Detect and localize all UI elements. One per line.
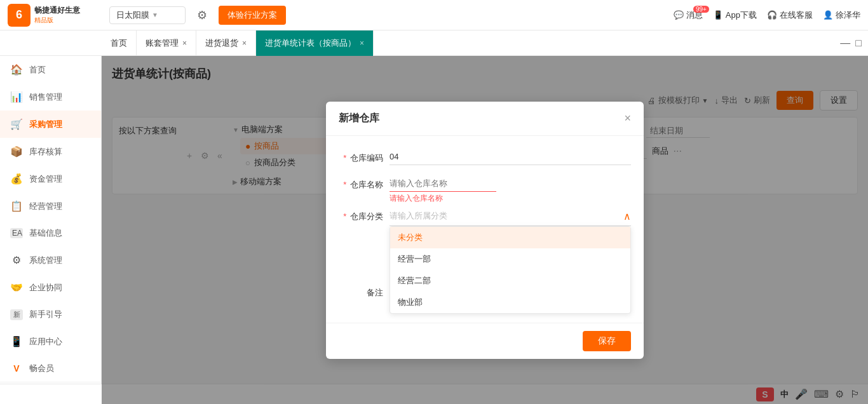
sidebar: 🏠 首页 📊 销售管理 🛒 采购管理 📦 库存核算 💰 资金管理 📋 经营管理 …	[0, 56, 102, 404]
tab-stats-close[interactable]: ×	[360, 39, 364, 48]
main-layout: 🏠 首页 📊 销售管理 🛒 采购管理 📦 库存核算 💰 资金管理 📋 经营管理 …	[0, 56, 868, 404]
logo-icon: 6	[8, 4, 31, 27]
tab-bar: 首页 账套管理 × 进货退货 × 进货单统计表（按商品） × — □	[0, 30, 868, 56]
dialog-header: 新增仓库 ×	[326, 102, 644, 136]
category-arrow-icon: ∧	[623, 210, 631, 222]
category-required-mark: *	[343, 212, 346, 221]
tab-minimize-btn[interactable]: —	[840, 37, 850, 49]
code-input[interactable]	[390, 149, 631, 165]
app-selector[interactable]: 日太阳膜 ▼	[109, 6, 186, 24]
sidebar-item-purchase[interactable]: 🛒 采购管理	[0, 111, 101, 138]
user-button[interactable]: 👤 徐泽华	[823, 10, 860, 21]
sidebar-item-guide[interactable]: 新 新手引导	[0, 301, 101, 328]
tab-account-label: 账套管理	[146, 37, 179, 49]
dropdown-item-dept3[interactable]: 物业部	[390, 292, 630, 313]
inventory-icon: 📦	[10, 145, 23, 158]
sidebar-item-finance[interactable]: 💰 资金管理	[0, 165, 101, 192]
sidebar-cooperation-label: 企业协同	[29, 282, 62, 293]
tab-return-label: 进货退货	[205, 37, 238, 49]
cooperation-icon: 🤝	[10, 281, 23, 293]
messages-button[interactable]: 💬 消息 99+	[674, 10, 703, 21]
category-select[interactable]: 请输入所属分类 ∧	[390, 207, 631, 226]
tab-return[interactable]: 进货退货 ×	[196, 30, 256, 56]
headset-icon: 🎧	[767, 10, 777, 20]
sales-icon: 📊	[10, 91, 23, 103]
operations-icon: 📋	[10, 200, 23, 212]
tab-home-label: 首页	[111, 37, 127, 49]
online-service-button[interactable]: 🎧 在线客服	[767, 10, 813, 21]
add-warehouse-dialog: 新增仓库 × * 仓库编码 *	[326, 102, 644, 359]
top-header: 6 畅捷通好生意 精品版 日太阳膜 ▼ ⚙ 体验行业方案 💬 消息 99+ 📱 …	[0, 0, 868, 30]
chevron-down-icon: ▼	[152, 11, 158, 18]
tab-stats[interactable]: 进货单统计表（按商品） ×	[256, 30, 374, 56]
sidebar-guide-label: 新手引导	[29, 309, 62, 320]
username-label: 徐泽华	[836, 10, 860, 21]
sidebar-vip-label: 畅会员	[29, 363, 54, 374]
phone-icon: 📱	[713, 10, 723, 20]
sidebar-inventory-label: 库存核算	[29, 146, 62, 158]
sidebar-item-sales[interactable]: 📊 销售管理	[0, 83, 101, 111]
user-icon: 👤	[823, 10, 833, 20]
tab-account[interactable]: 账套管理 ×	[137, 30, 196, 56]
system-icon: ⚙	[10, 254, 23, 266]
category-placeholder: 请输入所属分类	[390, 210, 447, 222]
sidebar-purchase-label: 采购管理	[29, 119, 62, 130]
name-required-mark: *	[343, 180, 346, 189]
settings-icon[interactable]: ⚙	[192, 5, 212, 25]
sidebar-finance-label: 资金管理	[29, 173, 62, 185]
tab-home[interactable]: 首页	[102, 30, 137, 56]
app-download-button[interactable]: 📱 App下载	[713, 10, 757, 21]
logo-text: 畅捷通好生意 精品版	[34, 5, 80, 25]
dialog-title: 新增仓库	[339, 112, 379, 125]
code-label: * 仓库编码	[339, 149, 383, 164]
sidebar-item-basic-info[interactable]: EA 基础信息	[0, 220, 101, 246]
tab-account-close[interactable]: ×	[182, 39, 187, 48]
tab-end-controls: — □	[840, 37, 868, 49]
sidebar-item-inventory[interactable]: 📦 库存核算	[0, 138, 101, 165]
vip-icon: V	[10, 363, 23, 374]
tab-return-close[interactable]: ×	[242, 39, 247, 48]
app-selector-value: 日太阳膜	[116, 10, 149, 21]
name-label: * 仓库名称	[339, 175, 383, 191]
appcenter-icon: 📱	[10, 335, 23, 347]
dropdown-item-uncategorized[interactable]: 未分类	[390, 227, 630, 248]
category-label: * 仓库分类	[339, 207, 383, 222]
name-input[interactable]	[390, 175, 496, 192]
code-field-row: * 仓库编码	[339, 149, 631, 165]
trial-button[interactable]: 体验行业方案	[219, 6, 286, 25]
sidebar-item-vip[interactable]: V 畅会员	[0, 355, 101, 382]
logo-area: 6 畅捷通好生意 精品版	[8, 4, 103, 27]
dialog-footer: 保存	[326, 323, 644, 359]
message-badge: 99+	[693, 6, 709, 13]
tab-stats-label: 进货单统计表（按商品）	[265, 37, 356, 49]
dropdown-item-dept2[interactable]: 经营二部	[390, 270, 630, 292]
name-input-wrapper: 请输入仓库名称	[390, 175, 631, 192]
dialog-close-icon[interactable]: ×	[624, 112, 631, 125]
dropdown-item-dept1[interactable]: 经营一部	[390, 248, 630, 270]
header-right: 💬 消息 99+ 📱 App下载 🎧 在线客服 👤 徐泽华	[674, 10, 860, 21]
message-icon: 💬	[674, 10, 684, 20]
sidebar-item-home[interactable]: 🏠 首页	[0, 56, 101, 83]
content-area: 进货单统计(按商品) 🖨 按模板打印 ▼ ↓ 导出 ↻ 刷新 查询 设置 按以下…	[102, 56, 868, 404]
basic-info-icon: EA	[10, 228, 23, 238]
sidebar-home-label: 首页	[29, 64, 46, 76]
home-icon: 🏠	[10, 64, 23, 76]
sidebar-item-operations[interactable]: 📋 经营管理	[0, 192, 101, 220]
sidebar-item-system[interactable]: ⚙ 系统管理	[0, 246, 101, 274]
category-field-row: * 仓库分类 请输入所属分类 ∧ 未分类 经营一部	[339, 207, 631, 226]
category-dropdown: 未分类 经营一部 经营二部 物业部	[390, 226, 631, 314]
name-field-row: * 仓库名称 请输入仓库名称	[339, 175, 631, 192]
sidebar-basic-info-label: 基础信息	[29, 227, 62, 239]
sidebar-system-label: 系统管理	[29, 255, 62, 266]
sidebar-item-cooperation[interactable]: 🤝 企业协同	[0, 274, 101, 301]
sidebar-operations-label: 经营管理	[29, 201, 62, 212]
modal-overlay[interactable]: 新增仓库 × * 仓库编码 *	[102, 56, 868, 404]
sidebar-appcenter-label: 应用中心	[29, 336, 62, 347]
tab-maximize-btn[interactable]: □	[855, 37, 862, 49]
guide-icon: 新	[10, 309, 23, 320]
code-required-mark: *	[343, 153, 346, 163]
save-button[interactable]: 保存	[583, 331, 631, 351]
finance-icon: 💰	[10, 173, 23, 185]
sidebar-item-appcenter[interactable]: 📱 应用中心	[0, 328, 101, 355]
sidebar-sales-label: 销售管理	[29, 91, 62, 103]
